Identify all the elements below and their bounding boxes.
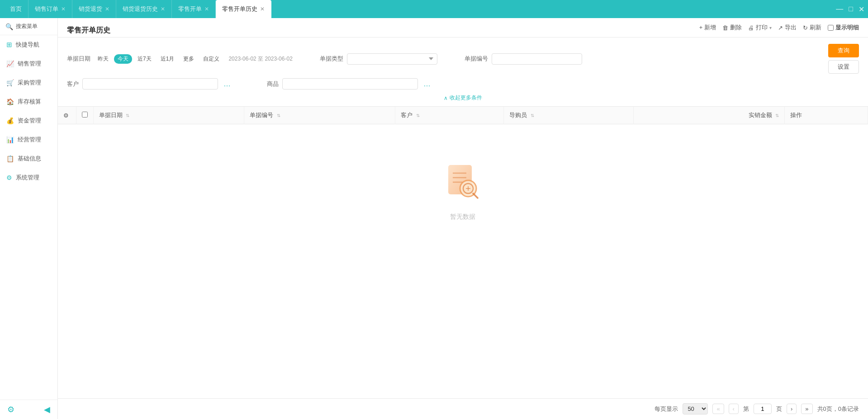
sidebar-collapse-icon[interactable]: ◀ xyxy=(44,405,50,414)
show-detail-label: 显示明细 xyxy=(835,24,859,32)
print-label: 打印 xyxy=(756,24,768,32)
sidebar-item-label: 采购管理 xyxy=(18,79,41,87)
th-customer: 客户 ⇅ xyxy=(395,107,504,124)
export-button[interactable]: ↗ 导出 xyxy=(778,24,797,32)
print-dropdown-icon: ▾ xyxy=(769,25,772,30)
collapse-button[interactable]: ∧ 收起更多条件 xyxy=(444,94,482,102)
table-header-row: ⚙ 单据日期 ⇅ 单据编号 ⇅ 客户 xyxy=(58,107,868,124)
export-icon: ↗ xyxy=(778,24,783,31)
date-btn-7days[interactable]: 近7天 xyxy=(134,54,155,64)
tab-home[interactable]: 首页 xyxy=(4,0,28,18)
content-area: 零售开单历史 + 新增 🗑 删除 🖨 打印 ▾ ↗ 导出 xyxy=(58,18,868,419)
total-label: 共0页，0条记录 xyxy=(817,405,859,413)
th-checkbox[interactable] xyxy=(76,107,93,124)
setting-button[interactable]: 设置 xyxy=(828,60,859,74)
delete-button[interactable]: 🗑 删除 xyxy=(722,24,742,32)
page-first-btn[interactable]: « xyxy=(712,404,724,414)
tab-sales-return-close[interactable]: ✕ xyxy=(105,6,109,12)
customer-filter-label: 客户 xyxy=(67,80,79,88)
date-btn-today[interactable]: 今天 xyxy=(114,54,132,64)
sidebar-item-base-info[interactable]: 📋 基础信息 xyxy=(0,149,57,168)
date-btn-more[interactable]: 更多 xyxy=(180,54,198,64)
sidebar-item-sales-mgmt[interactable]: 📈 销售管理 xyxy=(0,54,57,73)
sidebar-item-inventory[interactable]: 🏠 库存核算 xyxy=(0,92,57,111)
th-salesperson-sort-icon[interactable]: ⇅ xyxy=(531,113,534,118)
finance-icon: 💰 xyxy=(6,117,14,124)
tab-sales-return[interactable]: 销货退货 ✕ xyxy=(72,0,116,18)
delete-label: 删除 xyxy=(730,24,742,32)
select-all-checkbox[interactable] xyxy=(82,112,88,118)
page-input[interactable] xyxy=(754,404,772,414)
empty-state-cell: 暂无数据 xyxy=(58,124,868,258)
th-date-label: 单据日期 xyxy=(99,112,123,118)
th-date-sort-icon[interactable]: ⇅ xyxy=(126,113,129,118)
th-customer-sort-icon[interactable]: ⇅ xyxy=(416,113,420,118)
sidebar-item-purchase-mgmt[interactable]: 🛒 采购管理 xyxy=(0,73,57,92)
per-page-label: 每页显示 xyxy=(655,405,678,413)
product-ellipsis-btn[interactable]: … xyxy=(423,80,431,88)
table-head: ⚙ 单据日期 ⇅ 单据编号 ⇅ 客户 xyxy=(58,107,868,124)
tab-retail-history[interactable]: 零售开单历史 ✕ xyxy=(216,0,271,18)
empty-state-icon xyxy=(440,160,485,206)
sidebar-item-finance[interactable]: 💰 资金管理 xyxy=(0,111,57,130)
refresh-button[interactable]: ↻ 刷新 xyxy=(803,24,821,32)
data-table: ⚙ 单据日期 ⇅ 单据编号 ⇅ 客户 xyxy=(58,107,868,257)
customer-filter-input[interactable] xyxy=(82,78,218,89)
th-salesperson-label: 导购员 xyxy=(509,112,527,118)
th-amount: 实销金额 ⇅ xyxy=(634,107,785,124)
date-btn-1month[interactable]: 近1月 xyxy=(157,54,178,64)
customer-ellipsis-btn[interactable]: … xyxy=(223,80,231,88)
query-button[interactable]: 查询 xyxy=(828,44,859,57)
tab-retail-open[interactable]: 零售开单 ✕ xyxy=(172,0,216,18)
sidebar-item-quick-nav[interactable]: ⊞ 快捷导航 xyxy=(0,35,57,54)
tab-sales-order-close[interactable]: ✕ xyxy=(61,6,66,12)
window-minimize[interactable]: — xyxy=(836,5,843,13)
date-btn-yesterday[interactable]: 昨天 xyxy=(94,54,112,64)
page-last-btn[interactable]: » xyxy=(801,404,812,414)
window-controls: — □ ✕ xyxy=(836,5,864,14)
th-order-no-sort-icon[interactable]: ⇅ xyxy=(277,113,280,118)
tab-retail-open-close[interactable]: ✕ xyxy=(204,6,209,12)
product-filter-input[interactable] xyxy=(282,78,418,89)
tab-sales-order[interactable]: 销售订单 ✕ xyxy=(28,0,72,18)
sales-mgmt-icon: 📈 xyxy=(6,60,14,67)
print-button[interactable]: 🖨 打印 ▾ xyxy=(748,24,772,32)
date-btn-custom[interactable]: 自定义 xyxy=(199,54,223,64)
filter-actions: 查询 设置 xyxy=(828,44,859,74)
show-detail-checkbox[interactable] xyxy=(828,25,834,31)
quick-nav-icon: ⊞ xyxy=(6,41,12,49)
tab-retail-history-label: 零售开单历史 xyxy=(222,5,257,13)
sidebar-item-operations[interactable]: 📊 经营管理 xyxy=(0,130,57,149)
page-prev-btn[interactable]: ‹ xyxy=(729,404,739,414)
tab-retail-history-close[interactable]: ✕ xyxy=(260,6,265,12)
export-label: 导出 xyxy=(785,24,797,32)
sidebar-item-label: 库存核算 xyxy=(18,98,41,106)
th-date: 单据日期 ⇅ xyxy=(93,107,244,124)
sidebar-search[interactable]: 🔍 搜索菜单 xyxy=(0,18,57,35)
th-customer-label: 客户 xyxy=(401,112,413,118)
order-no-filter-input[interactable] xyxy=(492,53,582,65)
tab-retail-open-label: 零售开单 xyxy=(178,5,202,13)
th-settings[interactable]: ⚙ xyxy=(58,107,76,124)
page-next-btn[interactable]: › xyxy=(787,404,797,414)
filter-footer: ∧ 收起更多条件 xyxy=(67,94,859,102)
add-label: + 新增 xyxy=(699,24,716,32)
date-buttons: 昨天 今天 近7天 近1月 更多 自定义 xyxy=(94,54,223,64)
product-filter-label: 商品 xyxy=(267,80,279,88)
tab-sales-return-history[interactable]: 销货退货历史 ✕ xyxy=(116,0,172,18)
add-button[interactable]: + 新增 xyxy=(699,24,716,32)
sidebar-item-label: 销售管理 xyxy=(18,60,41,68)
table-wrapper: ⚙ 单据日期 ⇅ 单据编号 ⇅ 客户 xyxy=(58,107,868,398)
th-amount-sort-icon[interactable]: ⇅ xyxy=(775,113,779,118)
sidebar-item-label: 快捷导航 xyxy=(16,41,39,49)
type-filter-select[interactable] xyxy=(347,53,437,65)
sidebar-settings-icon[interactable]: ⚙ xyxy=(7,405,14,414)
print-icon: 🖨 xyxy=(748,24,754,31)
th-action-label: 操作 xyxy=(790,112,802,118)
window-close[interactable]: ✕ xyxy=(859,5,864,14)
tab-sales-return-history-close[interactable]: ✕ xyxy=(161,6,165,12)
window-maximize[interactable]: □ xyxy=(849,5,853,13)
per-page-select[interactable]: 20 50 100 xyxy=(683,403,708,414)
sidebar-item-sys-mgmt[interactable]: ⚙ 系统管理 xyxy=(0,168,57,187)
filter-row-2: 客户 … 商品 … xyxy=(67,78,859,89)
